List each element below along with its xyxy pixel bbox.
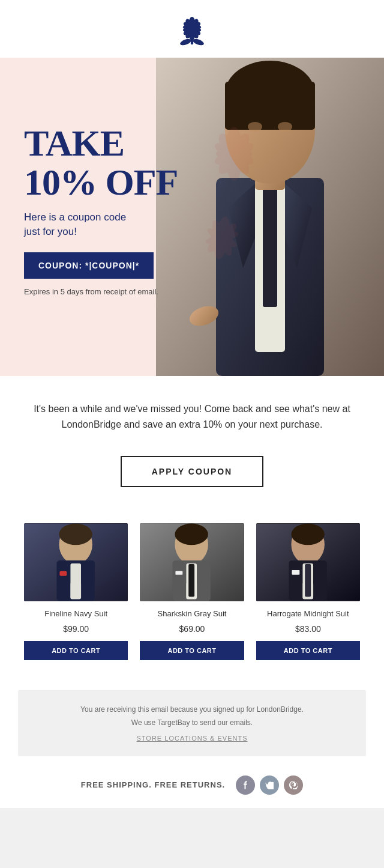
product-card-3: Harrogate Midnight Suit $83.00 ADD TO CA… [256, 523, 360, 660]
logo-icon [171, 11, 213, 47]
svg-rect-42 [59, 571, 67, 576]
svg-point-45 [175, 524, 208, 545]
add-to-cart-button-2[interactable]: ADD TO CART [140, 641, 244, 660]
svg-rect-50 [189, 564, 195, 596]
floral-decoration [174, 94, 294, 310]
svg-point-16 [216, 148, 252, 159]
hero-subtitle: Here is a coupon code just for you! [24, 210, 178, 239]
product-image-2 [140, 523, 244, 601]
hero-content: TAKE 10% OFF Here is a coupon code just … [24, 124, 178, 296]
facebook-icon[interactable] [236, 775, 255, 795]
product-card-2: Sharkskin Gray Suit $69.00 ADD TO CART [140, 523, 244, 660]
coupon-button[interactable]: COUPON: *|COUPON|* [24, 252, 154, 279]
shipping-text: FREE SHIPPING. FREE RETURNS. [81, 780, 225, 789]
product-name-3: Harrogate Midnight Suit [256, 609, 360, 619]
social-icons [236, 775, 303, 795]
pinterest-icon[interactable] [284, 775, 303, 795]
body-text-section: It's been a while and we've missed you! … [0, 376, 384, 450]
add-to-cart-button-1[interactable]: ADD TO CART [24, 641, 128, 660]
product-image-3 [256, 523, 360, 601]
header [0, 0, 384, 58]
svg-point-37 [59, 524, 92, 545]
svg-rect-59 [305, 564, 311, 596]
product-card-1: Fineline Navy Suit $99.00 ADD TO CART [24, 523, 128, 660]
product-image-1 [24, 523, 128, 601]
svg-rect-39 [70, 563, 81, 599]
svg-rect-7 [191, 38, 193, 44]
twitter-icon[interactable] [260, 775, 279, 795]
hero-title: TAKE 10% OFF [24, 124, 178, 202]
product-price-2: $69.00 [140, 624, 244, 634]
svg-rect-51 [176, 571, 183, 575]
hero-section: TAKE 10% OFF Here is a coupon code just … [0, 58, 384, 376]
email-wrapper: TAKE 10% OFF Here is a coupon code just … [0, 0, 384, 808]
svg-point-54 [291, 524, 324, 545]
product-name-1: Fineline Navy Suit [24, 609, 128, 619]
add-to-cart-button-3[interactable]: ADD TO CART [256, 641, 360, 660]
footer-info-box: You are receiving this email because you… [18, 690, 366, 756]
store-locations-link[interactable]: STORE LOCATIONS & EVENTS [137, 735, 248, 742]
svg-rect-60 [292, 570, 299, 575]
apply-coupon-button[interactable]: APPLY COUPON [121, 456, 263, 487]
hero-expiry-text: Expires in 5 days from receipt of email. [24, 287, 178, 296]
footer-info-line2: We use TargetBay to send our emails. [36, 717, 348, 730]
body-message: It's been a while and we've missed you! … [24, 401, 360, 432]
products-section: Fineline Navy Suit $99.00 ADD TO CART [0, 511, 384, 684]
footer-info-line1: You are receiving this email because you… [36, 703, 348, 717]
footer-bottom: FREE SHIPPING. FREE RETURNS. [0, 762, 384, 808]
product-price-3: $83.00 [256, 624, 360, 634]
product-name-2: Sharkskin Gray Suit [140, 609, 244, 619]
apply-coupon-section: APPLY COUPON [0, 450, 384, 511]
product-price-1: $99.00 [24, 624, 128, 634]
